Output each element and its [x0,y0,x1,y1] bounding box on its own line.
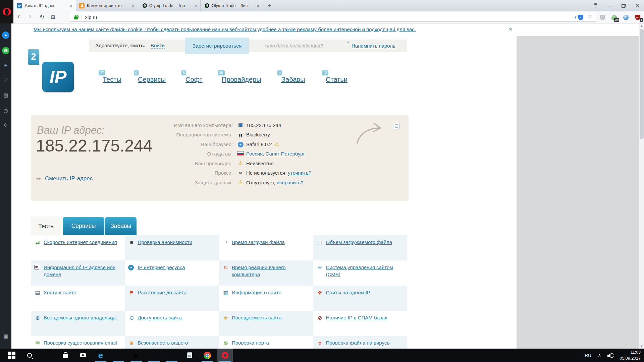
browser-tab[interactable]: IPУзнать IP адрес× [13,0,76,11]
taskbar-start[interactable] [4,349,19,362]
minimize-button[interactable]: — [607,3,611,8]
tray-chevron-icon[interactable]: ∧ [598,353,601,358]
remind-password-link[interactable]: Напомнить пароль [352,43,395,49]
history-icon[interactable]: ◷ [0,108,11,114]
nav-link-label[interactable]: Провайдеры [222,76,261,83]
ip-row-link[interactable]: исправить? [277,180,304,185]
test-link[interactable]: Расстояние до сайта [138,290,187,295]
nav-item-провайдеры[interactable]: 3КПровайдеры [222,76,261,83]
test-link[interactable]: Посещаемость сайта [232,315,281,320]
test-link[interactable]: Доступность сайта [138,315,182,320]
taskbar-store[interactable] [57,349,73,362]
taskbar-globe-app[interactable] [164,349,179,362]
test-link[interactable]: Время реакции вашего компьютера [232,264,285,277]
taskbar-opera[interactable] [217,349,233,362]
nav-link-label[interactable]: Сервисы [138,76,166,83]
test-link[interactable]: Проверка существования email [44,340,117,346]
taskbar-notepad[interactable] [182,349,197,362]
adblock-shield-icon[interactable]: × [578,15,583,20]
registration-info-link[interactable]: Что дает регистрация? [265,43,323,48]
tests-tab-тесты[interactable]: Тесты [31,217,62,235]
test-link[interactable]: Безопасность вашего компьютера [138,340,188,349]
test-link[interactable]: Время загрузки файла [232,239,285,245]
site-logo[interactable]: IP [42,62,74,92]
taskbar-nordvpn[interactable] [146,349,162,362]
messenger-icon[interactable]: ➤ [0,32,11,39]
nav-link-label[interactable]: Софт [185,76,203,83]
personal-news-icon[interactable]: ▤ [0,92,11,98]
nav-item-статьи[interactable]: 13Статьи [326,76,347,83]
copy-info-icon[interactable] [394,123,399,129]
nav-link-label[interactable]: Статьи [326,76,347,83]
opera-menu-button[interactable]: O [0,0,13,23]
test-link[interactable]: Информация о сайте [232,290,281,295]
extensions-icon[interactable]: ◇ [0,122,11,128]
test-link[interactable]: Хостинг сайта [44,290,76,295]
test-link[interactable]: Скорость интернет соединения [44,239,117,245]
language-indicator[interactable]: RU [585,353,591,358]
tab-close-icon[interactable]: × [68,3,74,8]
browser-tab[interactable]: Olymp Trade – Лич× [201,0,263,11]
test-link[interactable]: Система управления сайтом (CMS) [326,264,393,277]
ublock-extension-icon[interactable]: UO4 [635,14,641,20]
taskbar-media-player[interactable]: ▶ [128,349,144,362]
tests-tab-забавы[interactable]: Забавы [105,217,137,235]
vpn-extension-icon[interactable]: On [611,14,617,20]
scroll-up-icon[interactable]: ▲ [639,24,644,27]
tab-close-icon[interactable]: × [255,3,261,8]
speed-dial-icon[interactable]: ⊞ [51,14,55,20]
test-link[interactable]: Сайты на одном IP [326,290,370,295]
tab-menu-icon[interactable]: ≡ ⌄ [594,3,597,8]
cookie-close-icon[interactable]: ✕ [508,26,513,32]
taskbar-chrome[interactable] [200,349,215,362]
ip-row-link[interactable]: уточнить? [288,170,311,176]
close-button[interactable]: × [636,2,639,9]
shield-extension-icon[interactable] [599,14,605,20]
back-icon[interactable]: ‹ [17,12,20,21]
test-link[interactable]: Объем загружаемого файла [326,239,392,245]
tests-tab-сервисы[interactable]: Сервисы [63,217,104,235]
taskbar-camera[interactable] [75,349,91,362]
settings-icon[interactable]: ▣ [0,333,11,339]
new-tab-button[interactable]: + [265,2,274,10]
tab-close-icon[interactable]: × [193,3,198,8]
speed-dial-icon[interactable]: ⊞ [0,62,11,68]
reload-icon[interactable]: ↻ [40,13,44,20]
taskbar-edge[interactable]: e [93,349,108,362]
nav-link-label[interactable]: Забавы [281,76,305,83]
test-link[interactable]: Наличие IP в СПАМ базах [326,315,387,320]
nav-item-забавы[interactable]: 4Забавы [281,76,305,83]
register-button[interactable]: Зарегистрироваться [185,38,249,54]
ip-row-link[interactable]: Россия, Санкт-Петербург [246,151,305,157]
maximize-button[interactable] [622,4,626,8]
test-link[interactable]: Проверка анонимности [138,239,193,245]
taskbar-search[interactable] [22,349,37,362]
vertical-scrollbar[interactable]: ▲ ▼ [639,23,644,349]
test-link[interactable]: Все домены одного владельца [44,315,116,320]
test-link[interactable]: Информация об IP адресе или домене [44,264,115,277]
scrollbar-thumb[interactable] [640,29,644,139]
taskbar-explorer[interactable] [111,349,126,362]
speaker-icon[interactable] [607,353,613,358]
browser-tab[interactable]: Olymp Trade – Тор× [138,0,201,11]
test-link[interactable]: Проверка порта [232,340,269,346]
https-lock-icon[interactable] [74,16,78,19]
test-link[interactable]: IP интернет ресурса [138,264,185,270]
nav-item-тесты[interactable]: 27Тесты [103,76,121,83]
whatsapp-icon[interactable]: ☎ [0,47,11,54]
clock[interactable]: 11:03 05.09.2017 [620,349,641,361]
tab-close-icon[interactable]: × [130,3,136,8]
logo-2-badge[interactable]: 2 [28,49,39,65]
globe-extension-icon[interactable] [623,14,629,20]
change-ip-link[interactable]: Сменить IP-адрес [45,175,93,182]
forward-icon[interactable]: › [29,12,31,21]
browser-tab[interactable]: Комментарии к те× [76,0,138,11]
nav-item-софт[interactable]: 5Софт [185,76,203,83]
nav-link-label[interactable]: Тесты [103,76,121,83]
url-text[interactable]: 2ip.ru [85,15,574,20]
bookmarks-icon[interactable]: ♡ [0,77,11,83]
nav-item-сервисы[interactable]: 9Сервисы [138,76,166,83]
bookmark-heart-icon[interactable]: ♡ [588,14,593,20]
address-input[interactable]: 2ip.ru 7 × ♡ [70,13,596,22]
test-link[interactable]: Проверка файла на вирусы [326,340,391,346]
